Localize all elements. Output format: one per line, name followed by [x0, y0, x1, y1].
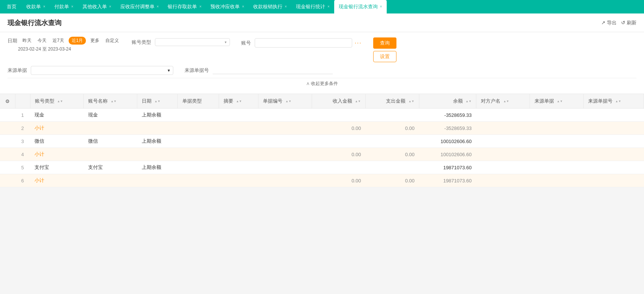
collapse-icon: ∧ [306, 81, 311, 86]
nav-tab-yinhang[interactable]: 银行存取款单 × [163, 0, 206, 13]
nav-home[interactable]: 首页 [2, 0, 22, 13]
num-cell: 1 [15, 109, 30, 122]
col-summary[interactable]: 摘要 ▲▼ [219, 94, 258, 109]
action-buttons: 查询 设置 [373, 37, 396, 62]
source-doc-num-input[interactable] [213, 67, 333, 74]
sort-expense[interactable]: ▲▼ [408, 100, 414, 103]
num-cell: 3 [15, 135, 30, 148]
num-cell: 4 [15, 148, 30, 161]
source-doc-cell [530, 148, 583, 161]
sort-date[interactable]: ▲▼ [155, 100, 161, 103]
nav-tab-tiaozheng[interactable]: 应收应付调整单 × [116, 0, 164, 13]
nav-tab-hexiao[interactable]: 收款核销执行 × [249, 0, 291, 13]
account-name-cell: 现金 [84, 109, 137, 122]
counterpart-cell [476, 122, 530, 135]
sort-balance[interactable]: ▲▼ [465, 100, 471, 103]
sort-account-name[interactable]: ▲▼ [111, 100, 117, 103]
account-name-cell: 支付宝 [84, 161, 137, 174]
col-source-doc-num[interactable]: 来源单据号 ▲▼ [583, 94, 644, 109]
table-header-row: ⚙ 账号类型 ▲▼ 账号名称 ▲▼ 日期 ▲▼ 单据类型 摘要 [0, 94, 644, 109]
sort-counterpart[interactable]: ▲▼ [503, 100, 509, 103]
nav-tab-yushou[interactable]: 预收冲应收单 × [206, 0, 249, 13]
close-tab-tongji[interactable]: × [327, 0, 330, 13]
settings-cell [0, 148, 15, 161]
account-input[interactable] [255, 38, 352, 48]
expense-cell: 0.00 [365, 148, 419, 161]
nav-tab-tongji[interactable]: 现金银行统计 × [291, 0, 334, 13]
close-tab-hexiao[interactable]: × [285, 0, 287, 13]
income-cell [312, 161, 366, 174]
nav-tab-shoudan[interactable]: 收款单 × [22, 0, 50, 13]
table-body: 1现金现金上期余额-3528659.332小计0.000.00-3528659.… [0, 109, 644, 187]
account-name-cell [84, 148, 137, 161]
collapse-bar[interactable]: ∧ 收起更多条件 [8, 78, 636, 89]
account-type-cell: 小计 [30, 148, 84, 161]
nav-tab-liushui[interactable]: 现金银行流水查询 × [334, 0, 387, 13]
source-doc-filter: 来源单据 ▾ [8, 66, 173, 75]
date-today[interactable]: 今天 [36, 37, 48, 45]
expense-cell [365, 161, 419, 174]
col-expense[interactable]: 支出金额 ▲▼ [365, 94, 419, 109]
date-yesterday[interactable]: 昨天 [21, 37, 33, 45]
settings-icon[interactable]: ⚙ [5, 98, 10, 104]
col-account-name[interactable]: 账号名称 ▲▼ [84, 94, 137, 109]
col-income[interactable]: 收入金额 ▲▼ [312, 94, 366, 109]
date-more[interactable]: 更多 [89, 37, 101, 45]
col-account-type[interactable]: 账号类型 ▲▼ [30, 94, 84, 109]
doc-num-cell [258, 135, 312, 148]
counterpart-cell [476, 135, 530, 148]
summary-cell [219, 161, 258, 174]
account-name-cell: 微信 [84, 135, 137, 148]
source-doc-cell [530, 174, 583, 187]
date-cell: 上期余额 [137, 161, 178, 174]
date-7days[interactable]: 近7天 [51, 37, 66, 45]
settings-button[interactable]: 设置 [373, 51, 396, 62]
close-tab-tiaozheng[interactable]: × [157, 0, 159, 13]
counterpart-cell [476, 161, 530, 174]
date-1month[interactable]: 近1月 [69, 37, 86, 45]
close-tab-yinhang[interactable]: × [199, 0, 201, 13]
doc-type-cell [178, 109, 219, 122]
sort-income[interactable]: ▲▼ [355, 100, 361, 103]
sort-summary[interactable]: ▲▼ [236, 100, 242, 103]
query-button[interactable]: 查询 [373, 37, 396, 49]
col-date[interactable]: 日期 ▲▼ [137, 94, 178, 109]
doc-num-cell [258, 161, 312, 174]
account-type-label: 账号类型 [132, 39, 151, 46]
col-balance[interactable]: 余额 ▲▼ [419, 94, 476, 109]
col-doc-num[interactable]: 单据编号 ▲▼ [258, 94, 312, 109]
col-source-doc[interactable]: 来源单据 ▲▼ [530, 94, 583, 109]
source-doc-num-cell [583, 122, 644, 135]
close-tab-yushou[interactable]: × [242, 0, 244, 13]
export-button[interactable]: ↗ 导出 [601, 19, 617, 26]
balance-cell: 19871073.60 [419, 161, 476, 174]
close-tab-shoudan[interactable]: × [43, 0, 45, 13]
col-counterpart[interactable]: 对方户名 ▲▼ [476, 94, 530, 109]
doc-type-cell [178, 135, 219, 148]
income-cell [312, 109, 366, 122]
nav-tab-fukudan[interactable]: 付款单 × [50, 0, 78, 13]
summary-cell [219, 109, 258, 122]
close-tab-qitashouru[interactable]: × [109, 0, 111, 13]
nav-tab-qitashouru[interactable]: 其他收入单 × [78, 0, 116, 13]
table-row: 4小计0.000.00100102606.60 [0, 148, 644, 161]
refresh-button[interactable]: ↺ 刷新 [621, 19, 636, 26]
date-custom[interactable]: 自定义 [104, 37, 120, 45]
sort-source-doc-num[interactable]: ▲▼ [615, 100, 621, 103]
source-doc-select[interactable]: ▾ [31, 66, 173, 75]
sort-source-doc[interactable]: ▲▼ [557, 100, 563, 103]
account-type-select[interactable]: ▾ [155, 38, 230, 46]
expense-cell [365, 135, 419, 148]
table-row: 5支付宝支付宝上期余额19871073.60 [0, 161, 644, 174]
more-dots[interactable]: ··· [354, 40, 362, 46]
close-tab-fukudan[interactable]: × [71, 0, 74, 13]
col-settings[interactable]: ⚙ [0, 94, 15, 109]
settings-cell [0, 161, 15, 174]
sort-account-type[interactable]: ▲▼ [57, 100, 63, 103]
close-tab-liushui[interactable]: × [380, 0, 382, 13]
income-cell: 0.00 [312, 148, 366, 161]
sort-doc-num[interactable]: ▲▼ [285, 100, 291, 103]
counterpart-cell [476, 174, 530, 187]
summary-cell [219, 135, 258, 148]
account-type-cell: 支付宝 [30, 161, 84, 174]
